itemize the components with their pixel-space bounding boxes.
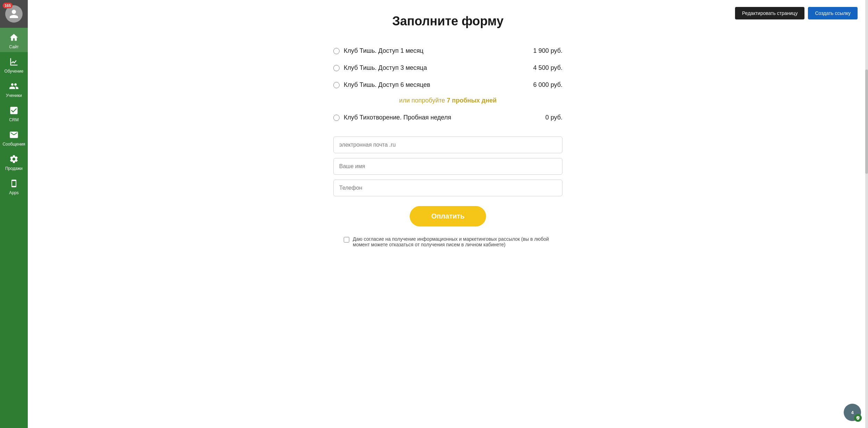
badge-count: 4 [851,410,853,415]
sidebar-label-crm: CRM [9,117,18,122]
sidebar-item-ucheniki[interactable]: Ученики [0,76,28,101]
top-bar: Редактировать страницу Создать ссылку [735,7,858,19]
pay-button[interactable]: Оплатить [410,206,486,227]
sidebar-item-crm[interactable]: CRM [0,101,28,125]
radio-price-opt3: 6 000 руб. [533,81,562,89]
radio-price-opt4: 0 руб. [545,114,562,121]
notification-badge: 165 [3,3,12,8]
create-link-button[interactable]: Создать ссылку [808,7,858,19]
sidebar-item-apps[interactable]: Apps [0,174,28,198]
shield-icon [854,414,862,422]
radio-option-1: Клуб Тишь. Доступ 1 месяц 1 900 руб. [333,42,562,59]
radio-label-opt1: Клуб Тишь. Доступ 1 месяц [344,47,424,55]
radio-label-opt2: Клуб Тишь. Доступ 3 месяца [344,64,427,72]
users-icon [8,81,19,92]
form-inputs [333,137,562,196]
radio-opt1[interactable] [333,48,340,54]
sidebar-label-obuchenie: Обучение [5,69,24,74]
radio-price-opt1: 1 900 руб. [533,47,562,55]
sidebar: 165 Сайт Обучение Ученики CRM Сообщения [0,0,28,428]
email-field[interactable] [333,137,562,153]
scrollbar-track[interactable] [865,0,868,428]
radio-opt3[interactable] [333,82,340,88]
phone-field[interactable] [333,180,562,196]
radio-option-4: Клуб Тихотворение. Пробная неделя 0 руб. [333,109,562,126]
radio-opt2[interactable] [333,65,340,71]
consent-area: Даю согласие на получение информационных… [344,236,552,247]
mobile-icon [8,178,19,189]
scrollbar-thumb[interactable] [865,69,868,174]
radio-opt4[interactable] [333,115,340,121]
or-text: или попробуйте 7 пробных дней [333,97,562,104]
name-field[interactable] [333,158,562,175]
pay-btn-container: Оплатить [333,206,562,227]
sidebar-label-site: Сайт [9,44,19,49]
form-container: Заполните форму Клуб Тишь. Доступ 1 меся… [326,0,569,275]
sidebar-item-site[interactable]: Сайт [0,28,28,52]
sidebar-item-prodazhi[interactable]: Продажи [0,149,28,174]
main-content: Редактировать страницу Создать ссылку За… [28,0,868,428]
form-title: Заполните форму [333,14,562,28]
crm-icon [8,105,19,116]
mail-icon [8,129,19,140]
support-badge[interactable]: 4 [844,404,861,421]
radio-option-3: Клуб Тишь. Доступ 6 месяцев 6 000 руб. [333,76,562,93]
radio-label-opt4: Клуб Тихотворение. Пробная неделя [344,114,451,121]
settings-icon [8,154,19,165]
sidebar-label-apps: Apps [9,190,18,195]
sidebar-label-soobshcheniya: Сообщения [2,142,25,147]
avatar-area[interactable]: 165 [0,0,28,28]
sidebar-item-obuchenie[interactable]: Обучение [0,52,28,76]
sidebar-label-ucheniki: Ученики [6,93,22,98]
chart-icon [8,56,19,67]
radio-option-2: Клуб Тишь. Доступ 3 месяца 4 500 руб. [333,59,562,76]
consent-checkbox[interactable] [344,237,349,242]
sidebar-label-prodazhi: Продажи [5,166,23,171]
radio-price-opt2: 4 500 руб. [533,64,562,72]
consent-label: Даю согласие на получение информационных… [353,236,552,247]
home-icon [8,32,19,43]
sidebar-item-soobshcheniya[interactable]: Сообщения [0,125,28,149]
edit-page-button[interactable]: Редактировать страницу [735,7,804,19]
radio-label-opt3: Клуб Тишь. Доступ 6 месяцев [344,81,430,89]
